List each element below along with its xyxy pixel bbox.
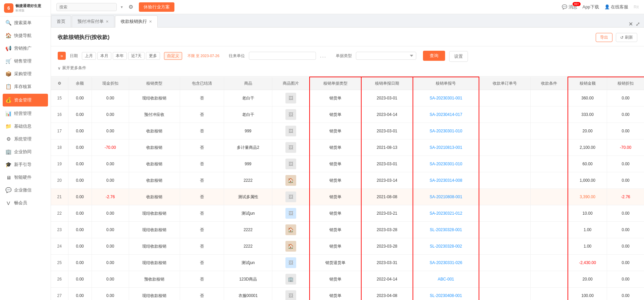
sidebar-item-新手引导[interactable]: 🎓新手引导 — [0, 158, 51, 171]
cell-bill_no-7[interactable]: SA-20230321-012 — [413, 205, 479, 222]
sidebar-icon-13: 💬 — [5, 187, 11, 193]
table-row: 170.000.00收款核销否999🖼销货单2023-03-01SA-20230… — [51, 123, 644, 139]
sidebar-item-库存核算[interactable]: 📋库存核算 — [0, 80, 51, 93]
counterparty-input[interactable] — [249, 52, 316, 60]
cell-settings-7: 22 — [51, 205, 68, 222]
sidebar-item-基础信息[interactable]: 📁基础信息 — [0, 120, 51, 133]
sidebar-icon-10: 🏢 — [5, 149, 11, 155]
export-button[interactable]: 导出 — [596, 33, 612, 42]
message-button[interactable]: 💬 消息 99+ — [562, 4, 577, 10]
sidebar-item-营销推广[interactable]: 📢营销推广 — [0, 42, 51, 55]
cell-bill_no-12[interactable]: SL-20230408-001 — [413, 288, 479, 300]
cell-bill_no-8[interactable]: SL-20230328-001 — [413, 222, 479, 238]
bill-no-link[interactable]: SA-20230301-001 — [430, 96, 462, 100]
settings-gear-icon[interactable]: ⚙ — [127, 3, 135, 11]
online-service-link[interactable]: 👤 在线客服 — [604, 4, 629, 10]
cell-included_settled-8: 否 — [180, 222, 224, 238]
cell-settings-10: 25 — [51, 255, 68, 271]
cell-bill_no-4[interactable]: SA-20230301-010 — [413, 156, 479, 172]
cell-included_settled-2: 否 — [180, 123, 224, 139]
product-image: 🖼 — [285, 191, 296, 202]
bill-no-link[interactable]: SA-20230301-010 — [430, 129, 462, 133]
cell-balance-1: 0.00 — [68, 106, 92, 123]
col-header-receipt_order_no: 收款单订单号 — [479, 77, 530, 90]
sidebar-item-搜索菜单[interactable]: 🔍搜索菜单 — [0, 16, 51, 29]
cell-bill_date-11: 2022-04-14 — [361, 271, 413, 288]
tab-close-2[interactable]: ✕ — [149, 20, 152, 24]
date-btn-更多[interactable]: 更多 — [146, 52, 160, 60]
tab-2[interactable]: 收款核销执行✕ — [115, 15, 158, 28]
date-btn-近7天[interactable]: 近7天 — [128, 52, 145, 60]
app-download-link[interactable]: App下载 — [583, 4, 599, 10]
cell-balance-0: 0.00 — [68, 90, 92, 106]
search-input[interactable] — [56, 3, 117, 11]
cell-settings-0: 15 — [51, 90, 68, 106]
sidebar-item-采购管理[interactable]: 📦采购管理 — [0, 68, 51, 80]
tab-label-1: 预付冲应付单 — [77, 18, 104, 25]
cell-included_settled-9: 否 — [180, 238, 224, 255]
bill-no-link[interactable]: SA-20230321-012 — [430, 211, 462, 216]
tab-1[interactable]: 预付冲应付单✕ — [72, 15, 114, 27]
cell-bill_report_type-4: 销货单 — [310, 156, 361, 172]
bill-no-link[interactable]: SA-20210808-001 — [430, 195, 462, 199]
sidebar-item-系统管理[interactable]: ⚙系统管理 — [0, 133, 51, 145]
cell-bill_no-10[interactable]: SA-20230331-026 — [413, 255, 479, 271]
cell-bill_no-5[interactable]: SA-20230314-008 — [413, 172, 479, 189]
bill-no-link[interactable]: SL-20230408-001 — [430, 293, 462, 298]
cell-write_off_amount-2: 20.00 — [568, 123, 607, 139]
bill-no-link[interactable]: SA-20230414-017 — [430, 112, 462, 117]
sidebar-item-智能硬件[interactable]: 🖥智能硬件 — [0, 171, 51, 184]
sidebar-item-企业协同[interactable]: 🏢企业协同 — [0, 145, 51, 158]
cell-settings-3: 18 — [51, 139, 68, 156]
sidebar-item-快捷导航[interactable]: 🏠快捷导航 — [0, 29, 51, 42]
date-btn-本月[interactable]: 本月 — [97, 52, 111, 60]
dropdown-arrow-icon[interactable]: ▾ — [121, 5, 123, 9]
cell-balance-5: 0.00 — [68, 172, 92, 189]
logo-text: 畅捷通谱好生意 — [15, 3, 41, 8]
bill-no-link[interactable]: SL-20230328-001 — [430, 227, 462, 232]
expand-more-button[interactable]: ∨ 展开更多条件 — [58, 63, 637, 73]
sidebar-item-资金管理[interactable]: 💰资金管理 — [3, 94, 48, 106]
bill-no-link[interactable]: ABC-001 — [438, 277, 454, 282]
sidebar-item-销售管理[interactable]: 🛒销售管理 — [0, 55, 51, 68]
table-row: 260.000.00预收款核销否123D商品🏢销货单2022-04-14ABC-… — [51, 271, 644, 288]
bill-no-link[interactable]: SA-20230301-010 — [430, 162, 462, 166]
cell-bill_report_type-12: 销货单 — [310, 288, 361, 300]
solution-button[interactable]: 休验行业方案 — [139, 2, 174, 12]
sidebar-item-畅会员[interactable]: V畅会员 — [0, 197, 51, 209]
cell-write_off_discount-2: 0.00 — [607, 123, 644, 139]
cell-bill_no-0[interactable]: SA-20230301-001 — [413, 90, 479, 106]
cell-bill_no-9[interactable]: SL-20230328-002 — [413, 238, 479, 255]
query-button[interactable]: 查询 — [423, 51, 445, 61]
main-area: ▾ ⚙ 休验行业方案 💬 消息 99+ App下载 👤 在线客服 Rit 首页预… — [51, 0, 644, 300]
cell-receipt_order_no-8 — [479, 222, 530, 238]
cell-bill_no-6[interactable]: SA-20210808-001 — [413, 189, 479, 205]
bill-no-link[interactable]: SA-20230331-026 — [430, 260, 462, 265]
bill-no-link[interactable]: SA-20230314-008 — [430, 178, 462, 183]
custom-date-button[interactable]: 自定义 — [164, 52, 182, 60]
refresh-button[interactable]: ↺ 刷新 — [616, 33, 637, 42]
cell-receipt_condition-2 — [530, 123, 568, 139]
cell-write_off_type-3: 收款核销 — [129, 139, 180, 156]
tab-0[interactable]: 首页 — [51, 15, 71, 27]
filter-toggle-button[interactable]: » — [58, 52, 66, 60]
cell-product_img-10: 🖼 — [272, 255, 310, 271]
sidebar-item-企业微信[interactable]: 💬企业微信 — [0, 184, 51, 197]
table-scroll[interactable]: ⚙余额现金折扣核销类型包含已结清商品商品图片核销单据类型核销单报日期核销单报号收… — [51, 77, 644, 300]
maximize-icon[interactable]: ⤢ — [636, 21, 640, 27]
sidebar-item-经营管理[interactable]: 📊经营管理 — [0, 107, 51, 120]
cell-bill_no-11[interactable]: ABC-001 — [413, 271, 479, 288]
cell-bill_no-1[interactable]: SA-20230414-017 — [413, 106, 479, 123]
bill-no-link[interactable]: SA-20210813-001 — [430, 145, 462, 150]
tab-close-1[interactable]: ✕ — [106, 20, 109, 24]
bill-type-select[interactable] — [356, 52, 416, 60]
cell-bill_no-3[interactable]: SA-20210813-001 — [413, 139, 479, 156]
date-btn-上月[interactable]: 上月 — [82, 52, 96, 60]
cell-bill_no-2[interactable]: SA-20230301-010 — [413, 123, 479, 139]
cell-settings-4: 19 — [51, 156, 68, 172]
table-row: 150.000.00现结收款核销否老白干🖼销货单2023-03-01SA-202… — [51, 90, 644, 106]
close-window-icon[interactable]: ✕ — [629, 21, 633, 27]
setting-button[interactable]: 设置 — [449, 51, 468, 62]
bill-no-link[interactable]: SL-20230328-002 — [430, 244, 462, 249]
date-btn-本年[interactable]: 本年 — [113, 52, 127, 60]
